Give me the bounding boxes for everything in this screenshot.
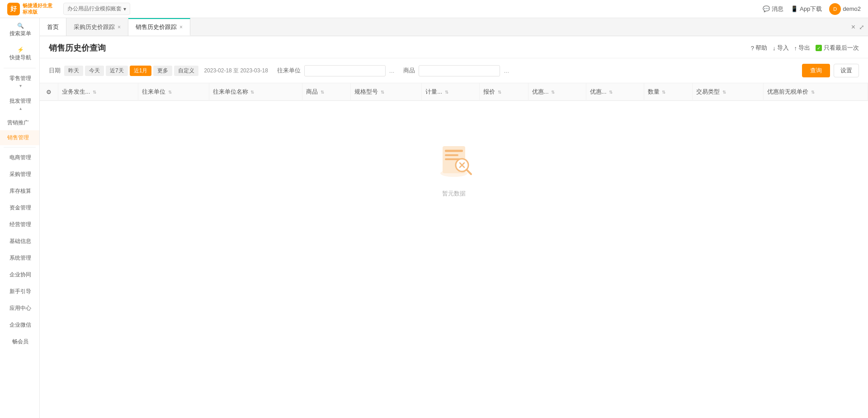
col-discount2[interactable]: 优惠... ⇅ (586, 83, 644, 101)
sidebar-item-purchase[interactable]: 采购管理 (0, 166, 39, 183)
sort-icon: ⇅ (498, 90, 501, 95)
col-pre-tax-price[interactable]: 优惠前无税单价 ⇅ (764, 83, 868, 101)
col-trade-type[interactable]: 交易类型 ⇅ (693, 83, 764, 101)
page-title: 销售历史价查询 (49, 43, 106, 53)
sidebar-item-guide[interactable]: 新手引导 (0, 283, 39, 300)
table-container: ⚙ 业务发生... ⇅ 往来单位 ⇅ 往来单位名称 ⇅ (40, 83, 868, 418)
sidebar-item-operations[interactable]: 经营管理 (0, 216, 39, 233)
sort-icon: ⇅ (551, 90, 555, 95)
page-header-actions: ? 帮助 ↓ 导入 ↑ 导出 ✓ 只看最后一 (751, 44, 859, 52)
sidebar-item-member[interactable]: 畅会员 (0, 333, 39, 350)
date-btn-1month[interactable]: 近1月 (130, 66, 152, 76)
date-btn-more[interactable]: 更多 (153, 66, 172, 76)
col-biz-date[interactable]: 业务发生... ⇅ (58, 83, 138, 101)
partner-input[interactable] (304, 65, 386, 76)
sort-icon: ⇅ (321, 90, 324, 95)
settings-button[interactable]: 设置 (834, 64, 859, 77)
date-btn-yesterday[interactable]: 昨天 (64, 66, 83, 76)
sort-icon: ⇅ (662, 90, 665, 95)
col-partner[interactable]: 往来单位 ⇅ (138, 83, 209, 101)
tab-home[interactable]: 首页 (40, 18, 66, 36)
date-range-text: 2023-02-18 至 2023-03-18 (204, 67, 268, 75)
sidebar: 🔍 搜索菜单 ⚡ 快捷导航 零售管理 ▾ 批发管理 ▴ 营销推广 销售管理 电商… (0, 18, 40, 418)
sort-icon: ⇅ (168, 90, 172, 95)
date-btn-custom[interactable]: 自定义 (174, 66, 198, 76)
empty-illustration (431, 137, 476, 182)
header-right: 💬 消息 📱 App下载 D demo2 (763, 3, 861, 15)
col-settings[interactable]: ⚙ (40, 83, 58, 101)
query-button[interactable]: 查询 (802, 64, 830, 77)
sidebar-item-inventory[interactable]: 库存核算 (0, 183, 39, 200)
date-btn-today[interactable]: 今天 (85, 66, 104, 76)
col-quote[interactable]: 报价 ⇅ (480, 83, 528, 101)
export-link[interactable]: ↑ 导出 (794, 44, 811, 52)
col-discount1[interactable]: 优惠... ⇅ (528, 83, 586, 101)
product-dots[interactable]: ... (504, 67, 509, 74)
import-icon: ↓ (773, 45, 776, 52)
export-icon: ↑ (794, 45, 797, 52)
data-table: ⚙ 业务发生... ⇅ 往来单位 ⇅ 往来单位名称 ⇅ (40, 83, 868, 101)
sidebar-item-ecommerce[interactable]: 电商管理 (0, 149, 39, 166)
sidebar-item-finance[interactable]: 资金管理 (0, 200, 39, 216)
sort-icon: ⇅ (93, 90, 96, 95)
logo-text: 畅捷通好生意 标准版 (23, 3, 52, 14)
search-icon: 🔍 (17, 23, 24, 29)
sidebar-item-enterprise[interactable]: 企业协同 (0, 266, 39, 283)
filter-bar: 日期 昨天 今天 近7天 近1月 更多 自定义 2023-02-18 至 202… (40, 58, 868, 83)
message-button[interactable]: 💬 消息 (763, 5, 783, 13)
partner-filter-group: 往来单位 ... (277, 65, 395, 76)
sort-icon: ⇅ (609, 90, 613, 95)
sidebar-item-retail[interactable]: 零售管理 ▾ (0, 70, 39, 93)
date-buttons: 昨天 今天 近7天 近1月 更多 自定义 (64, 66, 198, 76)
sidebar-item-quicknav[interactable]: ⚡ 快捷导航 (0, 42, 39, 66)
help-link[interactable]: ? 帮助 (751, 44, 767, 52)
page-header: 销售历史价查询 ? 帮助 ↓ 导入 ↑ 导出 (40, 36, 868, 58)
col-unit[interactable]: 计量... ⇅ (422, 83, 480, 101)
tab-close-sales[interactable]: × (179, 24, 183, 30)
sidebar-item-basic[interactable]: 基础信息 (0, 233, 39, 250)
header-left: 好 畅捷通好生意 标准版 办公用品行业模拟账套 ▾ (7, 3, 130, 15)
tab-bar: 首页 采购历史价跟踪 × 销售历史价跟踪 × × ⤢ (40, 18, 868, 36)
col-spec[interactable]: 规格型号 ⇅ (351, 83, 422, 101)
sidebar-item-wechat[interactable]: 企业微信 (0, 317, 39, 333)
col-quantity[interactable]: 数量 ⇅ (644, 83, 692, 101)
tab-purchase[interactable]: 采购历史价跟踪 × (66, 18, 128, 36)
product-filter-group: 商品 ... (403, 65, 509, 76)
user-menu-button[interactable]: D demo2 (829, 3, 861, 15)
partner-filter-label: 往来单位 (277, 66, 301, 75)
col-product[interactable]: 商品 ⇅ (302, 83, 350, 101)
logo-icon: 好 (7, 3, 20, 15)
sort-icon: ⇅ (381, 90, 384, 95)
app-selector[interactable]: 办公用品行业模拟账套 ▾ (63, 3, 130, 15)
sort-icon: ⇅ (250, 90, 254, 95)
sort-icon: ⇅ (722, 90, 726, 95)
date-btn-7days[interactable]: 近7天 (106, 66, 128, 76)
download-icon: 📱 (791, 5, 798, 12)
import-link[interactable]: ↓ 导入 (773, 44, 789, 52)
tab-close-purchase[interactable]: × (118, 24, 121, 30)
chevron-down-icon: ▾ (123, 6, 126, 12)
sidebar-item-search[interactable]: 🔍 搜索菜单 (0, 18, 39, 42)
product-filter-label: 商品 (403, 66, 415, 75)
sidebar-item-system[interactable]: 系统管理 (0, 250, 39, 266)
page-content: 销售历史价查询 ? 帮助 ↓ 导入 ↑ 导出 (40, 36, 868, 418)
col-partner-name[interactable]: 往来单位名称 ⇅ (209, 83, 302, 101)
empty-text: 暂元数据 (442, 190, 466, 198)
chevron-up-icon: ▴ (19, 106, 22, 111)
checkbox-icon: ✓ (816, 45, 822, 51)
maximize-icon[interactable]: ⤢ (859, 24, 864, 31)
tab-sales[interactable]: 销售历史价跟踪 × (128, 18, 190, 36)
top-header: 好 畅捷通好生意 标准版 办公用品行业模拟账套 ▾ 💬 消息 📱 App下载 D… (0, 0, 868, 18)
quicknav-icon: ⚡ (17, 47, 24, 53)
svg-rect-2 (445, 150, 463, 152)
empty-state: 暂元数据 (40, 101, 868, 234)
sidebar-item-sales-mgmt[interactable]: 销售管理 (0, 130, 39, 145)
close-window-icon[interactable]: × (851, 23, 855, 31)
sidebar-item-marketing[interactable]: 营销推广 (0, 115, 39, 130)
product-input[interactable] (419, 65, 500, 76)
partner-dots[interactable]: ... (389, 67, 395, 74)
sidebar-item-apps[interactable]: 应用中心 (0, 300, 39, 317)
last-only-checkbox[interactable]: ✓ 只看最后一次 (816, 44, 859, 52)
app-download-button[interactable]: 📱 App下载 (791, 5, 822, 13)
sidebar-item-wholesale[interactable]: 批发管理 ▴ (0, 93, 39, 115)
